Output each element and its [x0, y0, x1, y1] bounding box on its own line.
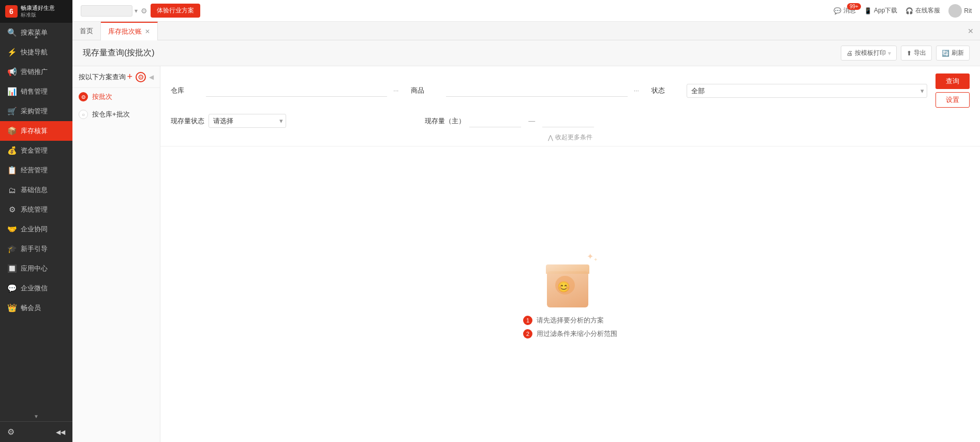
left-panel: 按以下方案查询 + ⚙ ◀ ⊙ 按批次 ○ 按仓库+批次 — [72, 66, 160, 442]
sidebar-footer: ⚙ ◀◀ — [0, 421, 72, 442]
sidebar-item-system[interactable]: ⚙ 系统管理 — [0, 200, 72, 219]
sidebar-item-label: 畅会员 — [21, 303, 41, 313]
status-select[interactable]: 全部 正常 停用 — [687, 84, 927, 98]
scheme-by-batch[interactable]: ⊙ 按批次 — [72, 88, 160, 106]
status-label: 状态 — [651, 86, 682, 95]
sidebar-item-label: 企业协同 — [21, 225, 48, 234]
phone-icon: 📱 — [864, 7, 872, 14]
system-icon: ⚙ — [7, 205, 17, 214]
inv-qty-to[interactable] — [542, 115, 594, 127]
sidebar-item-enterprise[interactable]: 🤝 企业协同 — [0, 219, 72, 239]
sidebar-item-label: 应用中心 — [21, 264, 48, 273]
print-btn[interactable]: 🖨 按模板打印 ▾ — [841, 46, 897, 61]
inv-qty-from[interactable] — [469, 115, 521, 127]
sidebar-item-label: 库存核算 — [21, 126, 48, 136]
filter-inv-status-group: 现存量状态 请选择 有库存 无库存 ▾ — [171, 114, 414, 128]
sales-icon: 📊 — [7, 87, 17, 96]
inv-status-label: 现存量状态 — [171, 116, 204, 126]
filter-section: 仓库 ··· 商品 ··· 状态 — [160, 66, 980, 146]
collapse-more-label: 收起更多条件 — [555, 133, 592, 142]
sidebar-item-label: 基础信息 — [21, 185, 48, 195]
header-gear-button[interactable]: ⚙ — [141, 7, 147, 15]
sidebar-item-label: 营销推广 — [21, 67, 48, 77]
scheme-settings-btn[interactable]: ⚙ — [136, 72, 146, 82]
sidebar-item-finance[interactable]: 💰 资金管理 — [0, 141, 72, 160]
sidebar-app-name: 畅康通好生意 — [21, 4, 55, 11]
inv-status-select[interactable]: 请选择 有库存 无库存 — [209, 114, 286, 128]
header-dropdown-btn[interactable]: ▾ — [135, 7, 138, 14]
online-service-label: 在线客服 — [915, 6, 940, 15]
collapse-chevron-icon: ⋀ — [548, 134, 553, 141]
basic-icon: 🗂 — [7, 186, 17, 195]
sidebar-item-member[interactable]: 👑 畅会员 — [0, 298, 72, 318]
tab-expand-btn[interactable]: ✕ — [961, 27, 980, 35]
sidebar-collapse-icon[interactable]: ◀◀ — [56, 429, 65, 436]
scheme-active-icon: ⊙ — [79, 92, 88, 101]
sidebar-item-purchase[interactable]: 🛒 采购管理 — [0, 101, 72, 121]
warehouse-more-btn[interactable]: ··· — [391, 87, 400, 94]
tab-home[interactable]: 首页 — [72, 22, 101, 40]
header-search-input[interactable] — [81, 5, 132, 17]
export-icon: ⬆ — [907, 50, 912, 57]
main-area: ▾ ⚙ 体验行业方案 💬 消息 99+ 📱 App下载 🎧 在线客服 Rit — [72, 0, 980, 442]
warehouse-label: 仓库 — [171, 86, 202, 95]
hint-num-1: 1 — [523, 316, 532, 325]
scheme-by-batch-label: 按批次 — [92, 92, 112, 101]
sidebar-item-marketing[interactable]: 📢 营销推广 — [0, 62, 72, 82]
sidebar-item-inventory[interactable]: 📦 库存核算 — [0, 121, 72, 141]
printer-icon: 🖨 — [847, 50, 853, 57]
sidebar-item-app-center[interactable]: 🔲 应用中心 — [0, 259, 72, 278]
user-avatar[interactable]: Rit — [948, 4, 972, 18]
warehouse-input[interactable] — [206, 84, 387, 97]
sidebar-item-label: 经营管理 — [21, 166, 48, 175]
experience-industry-btn[interactable]: 体验行业方案 — [151, 4, 200, 18]
sidebar-item-label: 新手引导 — [21, 244, 48, 254]
left-panel-collapse-btn[interactable]: ◀ — [149, 73, 154, 81]
sidebar-item-quick-nav[interactable]: ⚡ 快捷导航 — [0, 42, 72, 62]
header-input-group: ▾ — [81, 5, 138, 17]
empty-hints: 1 请先选择要分析的方案 2 用过滤条件来缩小分析范围 — [523, 316, 617, 338]
refresh-icon: 🔄 — [942, 50, 949, 57]
sidebar-settings-icon[interactable]: ⚙ — [7, 427, 14, 437]
sidebar-item-sales[interactable]: 📊 销售管理 — [0, 82, 72, 101]
inventory-icon: 📦 — [7, 126, 17, 136]
settings-btn[interactable]: 设置 — [936, 92, 970, 108]
sidebar-item-guide[interactable]: 🎓 新手引导 — [0, 239, 72, 259]
add-scheme-btn[interactable]: + — [127, 71, 132, 82]
sidebar-item-label: 资金管理 — [21, 146, 48, 155]
left-panel-actions: + ⚙ ◀ — [127, 71, 154, 82]
export-btn[interactable]: ⬆ 导出 — [901, 46, 932, 61]
header-breadcrumb-area: ▾ ⚙ 体验行业方案 — [81, 4, 828, 18]
filter-status-group: 状态 全部 正常 停用 ▾ — [651, 84, 927, 98]
tab-inventory-batch[interactable]: 库存批次账 ✕ — [101, 22, 158, 40]
product-more-btn[interactable]: ··· — [632, 87, 641, 94]
tab-close-btn[interactable]: ✕ — [145, 28, 150, 35]
collapse-more-btn[interactable]: ⋀ 收起更多条件 — [171, 130, 970, 143]
sidebar-item-basic[interactable]: 🗂 基础信息 — [0, 180, 72, 200]
refresh-btn[interactable]: 🔄 刷新 — [936, 46, 970, 61]
sidebar-item-wechat[interactable]: 💬 企业微信 — [0, 278, 72, 298]
sidebar-item-label: 系统管理 — [21, 205, 48, 214]
scheme-by-warehouse-batch[interactable]: ○ 按仓库+批次 — [72, 106, 160, 123]
sidebar: 6 畅康通好生意 标准版 ▲ 🔍 搜索菜单 ⚡ 快捷导航 📢 营销推广 📊 销售… — [0, 0, 72, 442]
print-label: 按模板打印 — [855, 49, 886, 57]
product-input[interactable] — [446, 84, 627, 97]
app-download-btn[interactable]: 📱 App下载 — [864, 6, 897, 15]
sidebar-item-label: 企业微信 — [21, 284, 48, 293]
filter-row-1: 仓库 ··· 商品 ··· 状态 — [171, 73, 970, 108]
query-btn[interactable]: 查询 — [936, 73, 970, 89]
sidebar-scroll-down[interactable]: ▼ — [0, 411, 72, 421]
filter-warehouse-group: 仓库 ··· — [171, 84, 400, 97]
sidebar-item-ops[interactable]: 📋 经营管理 — [0, 160, 72, 180]
hint-text-1: 请先选择要分析的方案 — [537, 316, 604, 325]
print-dropdown-icon[interactable]: ▾ — [888, 50, 891, 57]
page-actions: 🖨 按模板打印 ▾ ⬆ 导出 🔄 刷新 — [841, 46, 970, 61]
online-service-btn[interactable]: 🎧 在线客服 — [905, 6, 940, 15]
user-name: Rit — [964, 7, 972, 14]
messages-icon: 💬 — [834, 7, 841, 14]
hint-text-2: 用过滤条件来缩小分析范围 — [537, 329, 617, 338]
sidebar-item-search-menu[interactable]: 🔍 搜索菜单 — [0, 23, 72, 42]
avatar-circle — [948, 4, 962, 18]
page-title: 现存量查询(按批次) — [83, 48, 155, 58]
messages-btn[interactable]: 💬 消息 99+ — [834, 6, 856, 15]
